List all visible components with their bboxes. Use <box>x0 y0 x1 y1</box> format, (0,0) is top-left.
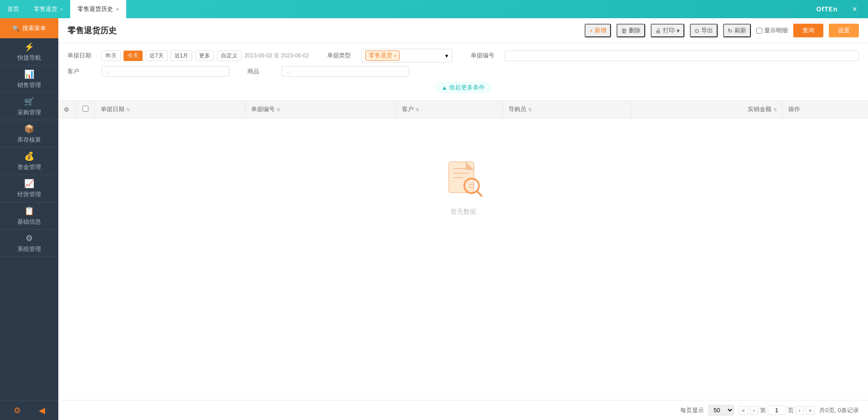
brand-logo: OfTEn <box>809 5 845 13</box>
th-settings[interactable]: ⚙ <box>58 101 77 118</box>
page-prev-btn[interactable]: ‹ <box>750 406 758 415</box>
page-first-btn[interactable]: « <box>739 406 748 415</box>
svg-line-6 <box>477 191 482 196</box>
sidebar-item-system[interactable]: ⚙ 系统管理 <box>0 230 58 257</box>
operations-icon: 📈 <box>24 179 34 189</box>
page-nav: « ‹ 第 页 › » <box>739 405 815 415</box>
sidebar-item-operations[interactable]: 📈 经营管理 <box>0 175 58 202</box>
sidebar-bottom: ⚙ ◀ <box>0 400 58 420</box>
date-btn-1month[interactable]: 近1月 <box>170 51 193 61</box>
type-tag: 零售退货 × <box>365 51 400 61</box>
sidebar-item-quick-nav[interactable]: ⚡ 快捷导航 <box>0 38 58 66</box>
tab-home[interactable]: 首页 <box>0 0 26 18</box>
date-btn-more[interactable]: 更多 <box>195 51 214 61</box>
quick-nav-icon: ⚡ <box>24 42 34 52</box>
page-next-btn[interactable]: › <box>796 406 804 415</box>
type-select[interactable]: 零售退货 × ▾ <box>361 49 452 62</box>
th-order-no[interactable]: 单据编号 ⇅ <box>246 101 396 118</box>
print-button[interactable]: 🖨 打印 ▾ <box>651 24 684 37</box>
data-table: ⚙ 单据日期 ⇅ 单据编号 <box>58 101 868 252</box>
customer-input[interactable] <box>102 66 229 77</box>
show-detail-checkbox-label[interactable]: 显示明细 <box>756 26 788 35</box>
purchase-icon: 🛒 <box>24 97 34 107</box>
sidebar-collapse-icon[interactable]: ◀ <box>39 405 45 415</box>
print-chevron-icon: ▾ <box>677 27 680 34</box>
tab-retail-return[interactable]: 零售退货 × <box>26 0 70 18</box>
date-btn-yesterday[interactable]: 昨天 <box>102 51 121 61</box>
query-button[interactable]: 查询 <box>793 24 823 37</box>
sort-orderno-icon: ⇅ <box>277 107 280 112</box>
table-body: 暂无数据 <box>58 118 868 253</box>
refresh-button[interactable]: ↻ 刷新 <box>723 24 751 37</box>
sort-guide-icon: ⇅ <box>528 107 532 112</box>
filter-row-1: 单据日期 昨天 今天 近7天 近1月 更多 自定义 2023-06-02 至 2… <box>67 49 859 62</box>
sidebar-item-finance[interactable]: 💰 资金管理 <box>0 148 58 175</box>
page-label: 第 <box>760 406 766 415</box>
customer-label: 客户 <box>67 67 92 76</box>
set-button[interactable]: 设置 <box>829 24 859 37</box>
th-date[interactable]: 单据日期 ⇅ <box>95 101 246 118</box>
collapse-row: ▲ 收起更多条件 <box>67 80 859 95</box>
sidebar-item-label: 经营管理 <box>17 190 41 199</box>
empty-text: 暂无数据 <box>451 208 476 216</box>
header-actions: + 新增 🗑 删除 🖨 打印 ▾ ⊙ 导出 ↻ 刷新 显示明细 查询 设置 <box>585 24 859 37</box>
delete-icon: 🗑 <box>621 27 627 34</box>
table-area: ⚙ 单据日期 ⇅ 单据编号 <box>58 101 868 400</box>
th-customer[interactable]: 客户 ⇅ <box>396 101 503 118</box>
tab-retail-return-history[interactable]: 零售退货历史 × <box>70 0 126 18</box>
refresh-icon: ↻ <box>728 27 733 34</box>
tab-list: 首页 零售退货 × 零售退货历史 × <box>0 0 809 18</box>
tab-close-history[interactable]: × <box>116 6 118 12</box>
table-header: ⚙ 单据日期 ⇅ 单据编号 <box>58 101 868 118</box>
date-btn-today[interactable]: 今天 <box>123 51 143 61</box>
content-area: 零售退货历史 + 新增 🗑 删除 🖨 打印 ▾ ⊙ 导出 ↻ 刷新 显示明细 查… <box>58 18 868 420</box>
empty-icon <box>441 155 486 200</box>
th-ops: 操作 <box>782 101 868 118</box>
tab-close-retail-return[interactable]: × <box>60 6 63 12</box>
select-all-checkbox[interactable] <box>82 106 88 112</box>
date-group: 昨天 今天 近7天 近1月 更多 自定义 2023-06-02 至 2023-0… <box>102 51 309 61</box>
page-title: 零售退货历史 <box>67 25 117 36</box>
show-detail-checkbox[interactable] <box>756 28 762 34</box>
pagination-bar: 每页显示 50 10 20 100 « ‹ 第 页 › » 共0页, 0条记录 <box>58 400 868 420</box>
empty-state: 暂无数据 <box>58 118 868 252</box>
goods-label: 商品 <box>247 67 272 76</box>
sidebar-item-inventory[interactable]: 📦 库存核算 <box>0 120 58 148</box>
sales-icon: 📊 <box>24 69 34 79</box>
export-button[interactable]: ⊙ 导出 <box>690 24 718 37</box>
finance-icon: 💰 <box>24 151 34 161</box>
sort-amount-icon: ⇅ <box>773 107 777 112</box>
main-layout: 🔍 搜索菜单 ⚡ 快捷导航 📊 销售管理 🛒 采购管理 📦 库存核算 💰 资金管… <box>0 18 868 420</box>
sidebar-item-label: 系统管理 <box>17 245 41 253</box>
page-input[interactable] <box>768 405 786 415</box>
type-tag-close[interactable]: × <box>394 53 396 58</box>
window-close-btn[interactable]: × <box>848 5 861 14</box>
base-info-icon: 📋 <box>24 206 34 216</box>
sidebar-item-purchase[interactable]: 🛒 采购管理 <box>0 93 58 120</box>
th-guide[interactable]: 导购员 ⇅ <box>503 101 632 118</box>
sidebar-item-label: 基础信息 <box>17 218 41 226</box>
top-bar: 首页 零售退货 × 零售退货历史 × OfTEn × <box>0 0 868 18</box>
date-btn-7days[interactable]: 近7天 <box>145 51 168 61</box>
order-number-input[interactable] <box>505 51 859 61</box>
sidebar-item-base-info[interactable]: 📋 基础信息 <box>0 202 58 230</box>
collapse-button[interactable]: ▲ 收起更多条件 <box>436 82 491 93</box>
goods-input[interactable] <box>282 66 409 77</box>
date-btn-custom[interactable]: 自定义 <box>217 51 241 61</box>
delete-button[interactable]: 🗑 删除 <box>616 24 645 37</box>
sidebar-item-sales[interactable]: 📊 销售管理 <box>0 66 58 93</box>
sidebar-gear-icon[interactable]: ⚙ <box>14 405 21 415</box>
sidebar-search[interactable]: 🔍 搜索菜单 <box>0 18 58 38</box>
filter-area: 单据日期 昨天 今天 近7天 近1月 更多 自定义 2023-06-02 至 2… <box>58 43 868 101</box>
th-amount[interactable]: 实销金额 ⇅ <box>632 101 782 118</box>
order-label: 单据编号 <box>471 51 496 60</box>
new-button[interactable]: + 新增 <box>585 24 611 37</box>
th-checkbox[interactable] <box>77 101 95 118</box>
sort-date-icon: ⇅ <box>126 107 130 112</box>
filter-row-2: 客户 商品 <box>67 66 859 77</box>
page-last-btn[interactable]: » <box>806 406 815 415</box>
sidebar-item-label: 资金管理 <box>17 163 41 171</box>
per-page-select[interactable]: 50 10 20 100 <box>709 405 734 415</box>
per-page-label: 每页显示 <box>680 406 704 415</box>
type-label: 单据类型 <box>327 51 352 60</box>
